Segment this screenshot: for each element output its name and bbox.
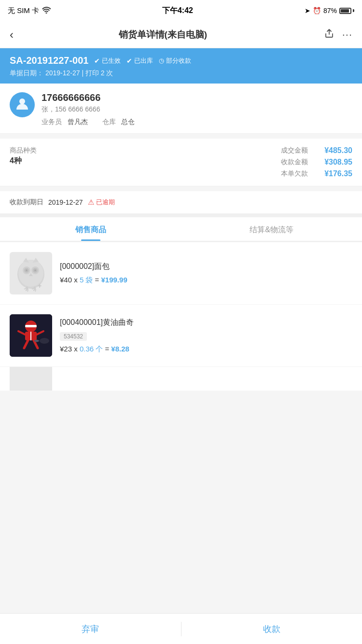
- price-base-1: ¥40: [60, 276, 72, 284]
- product-list: + [0000002]面包 ¥40 x 5 袋 = ¥199.99: [0, 242, 362, 391]
- check-icon-1: ✔: [94, 57, 100, 65]
- product-name-1: [0000002]面包: [60, 262, 352, 272]
- share-button[interactable]: [324, 28, 334, 41]
- product-item-3-partial: [0, 367, 362, 391]
- payment-row: 收款金额 ¥308.95: [281, 158, 352, 167]
- battery-icon: [339, 8, 354, 14]
- badge-shipped: ✔ 已出库: [126, 56, 153, 65]
- clock-icon: ◷: [159, 57, 164, 64]
- svg-point-0: [19, 98, 25, 104]
- price-unit-1: 袋: [85, 276, 93, 284]
- salesperson-item: 业务员 曾凡杰: [42, 118, 88, 126]
- product-details-1: [0000002]面包 ¥40 x 5 袋 = ¥199.99: [60, 262, 352, 285]
- price-qty-1: 5: [80, 276, 84, 284]
- badge-effective: ✔ 已生效: [94, 56, 121, 65]
- status-bar: 无 SIM 卡 下午4:42 ➤ ⏰ 87%: [0, 0, 362, 21]
- debt-row: 本单欠款 ¥176.35: [281, 169, 352, 178]
- battery-percent: 87%: [323, 7, 337, 14]
- customer-section: 17666666666 张，156 6666 6666 业务员 曾凡杰 仓库 总…: [0, 84, 362, 134]
- svg-point-7: [26, 269, 28, 271]
- product-price-1: ¥40 x 5 袋 = ¥199.99: [60, 276, 352, 285]
- due-section: 收款到期日 2019-12-27 ⚠ 已逾期: [0, 191, 362, 217]
- svg-point-8: [34, 269, 36, 271]
- warehouse-label: 仓库: [102, 118, 116, 126]
- salesperson-label: 业务员: [42, 118, 62, 126]
- product-image-2: [10, 314, 52, 357]
- product-name-2: [000400001]黄油曲奇: [60, 318, 352, 328]
- warehouse-item: 仓库 总仓: [102, 118, 135, 126]
- tabs-bar: 销售商品 结算&物流等: [0, 217, 362, 241]
- cancel-button[interactable]: 弃审: [0, 618, 181, 640]
- wifi-icon: [42, 7, 51, 15]
- transaction-value: ¥485.30: [314, 146, 352, 155]
- status-right: ➤ ⏰ 87%: [305, 7, 354, 14]
- date-label: 单据日期：: [10, 69, 43, 77]
- price-base-2: ¥23: [60, 345, 72, 353]
- category-label: 商品种类: [10, 146, 37, 155]
- customer-id: 17666666666: [42, 92, 352, 103]
- bottom-bar: 弃审 收款: [0, 613, 362, 644]
- confirm-button[interactable]: 收款: [181, 618, 362, 640]
- order-date-line: 单据日期： 2019-12-27 | 打印 2 次: [10, 69, 352, 78]
- carrier-label: 无 SIM 卡: [8, 6, 39, 15]
- overdue-icon: ⚠: [88, 198, 94, 207]
- print-count: | 打印 2 次: [82, 69, 113, 77]
- due-label: 收款到期日: [10, 198, 43, 207]
- payment-value: ¥308.95: [314, 158, 352, 167]
- overdue-badge: ⚠ 已逾期: [88, 198, 115, 207]
- svg-point-22: [40, 338, 49, 344]
- location-icon: ➤: [305, 7, 310, 14]
- order-date: 2019-12-27: [45, 69, 80, 77]
- price-unit-2: 个: [96, 345, 103, 353]
- summary-right: 成交金额 ¥485.30 收款金额 ¥308.95 本单欠款 ¥176.35: [281, 146, 352, 178]
- overdue-label: 已逾期: [96, 198, 115, 207]
- badge-partial-payment: ◷ 部分收款: [159, 56, 191, 65]
- category-count: 4种: [10, 156, 37, 166]
- tab-settlement[interactable]: 结算&物流等: [181, 217, 362, 241]
- customer-info: 17666666666 张，156 6666 6666 业务员 曾凡杰 仓库 总…: [42, 92, 352, 126]
- check-icon-2: ✔: [126, 57, 132, 65]
- due-date: 2019-12-27: [48, 198, 83, 206]
- warehouse-value: 总仓: [121, 118, 135, 126]
- order-number: SA-20191227-001: [10, 55, 88, 66]
- more-button[interactable]: ···: [342, 28, 352, 41]
- product-price-2: ¥23 x 0.36 个 = ¥8.28: [60, 345, 352, 354]
- price-total-2: ¥8.28: [111, 345, 129, 353]
- alarm-icon: ⏰: [313, 7, 321, 14]
- product-item: + [0000002]面包 ¥40 x 5 袋 = ¥199.99: [0, 242, 362, 305]
- price-qty-2: 0.36: [80, 345, 94, 353]
- salesperson-value: 曾凡杰: [68, 118, 88, 126]
- debt-label: 本单欠款: [281, 169, 308, 178]
- payment-label: 收款金额: [281, 158, 308, 167]
- product-image-1: +: [10, 252, 52, 294]
- customer-meta: 业务员 曾凡杰 仓库 总仓: [42, 118, 352, 126]
- product-sku-2: 534532: [60, 332, 87, 341]
- person-icon: [15, 96, 29, 114]
- summary-left: 商品种类 4种: [10, 146, 37, 166]
- summary-section: 商品种类 4种 成交金额 ¥485.30 收款金额 ¥308.95 本单欠款 ¥…: [0, 139, 362, 186]
- transaction-label: 成交金额: [281, 146, 308, 155]
- customer-phone: 张，156 6666 6666: [42, 105, 352, 114]
- price-total-1: ¥199.99: [101, 276, 127, 284]
- page-title: 销货单详情(来自电脑): [2, 28, 324, 41]
- status-left: 无 SIM 卡: [8, 6, 51, 15]
- svg-text:+: +: [38, 282, 42, 290]
- nav-actions: ···: [324, 28, 352, 41]
- avatar: [10, 92, 35, 117]
- product-details-2: [000400001]黄油曲奇 534532 ¥23 x 0.36 个 = ¥8…: [60, 318, 352, 354]
- nav-bar: ‹ 销货单详情(来自电脑) ···: [0, 21, 362, 48]
- transaction-row: 成交金额 ¥485.30: [281, 146, 352, 155]
- svg-rect-21: [25, 325, 37, 327]
- order-header: SA-20191227-001 ✔ 已生效 ✔ 已出库 ◷ 部分收款 单据日期：…: [0, 48, 362, 84]
- product-image-3: [10, 367, 52, 391]
- tab-sales-goods[interactable]: 销售商品: [0, 217, 181, 241]
- status-time: 下午4:42: [162, 6, 193, 16]
- debt-value: ¥176.35: [314, 169, 352, 178]
- product-item-2: [000400001]黄油曲奇 534532 ¥23 x 0.36 个 = ¥8…: [0, 305, 362, 367]
